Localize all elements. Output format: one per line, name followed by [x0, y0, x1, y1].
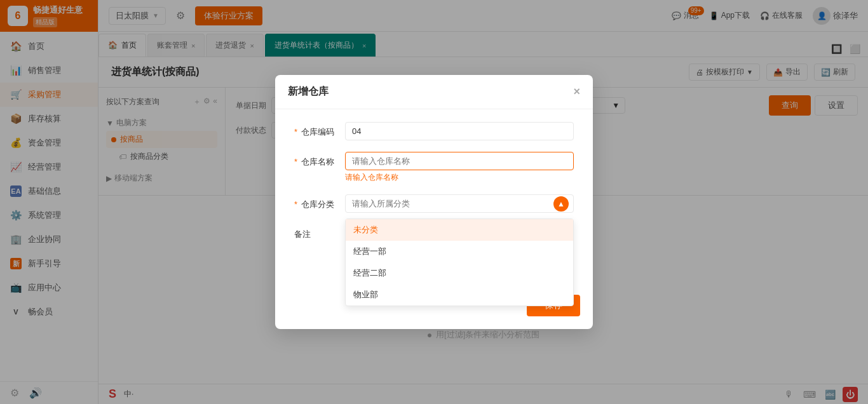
category-dropdown-list: 未分类 经营一部 经营二部 物业部: [345, 219, 574, 306]
code-label: * 仓库编码: [294, 122, 345, 138]
warehouse-name-input[interactable]: [345, 152, 574, 170]
dropdown-item-dept3[interactable]: 物业部: [346, 284, 573, 306]
name-label: * 仓库名称: [294, 152, 345, 168]
name-error-msg: 请输入仓库名称: [345, 172, 574, 183]
warehouse-category-field: * 仓库分类 ▲ 未分类 经营一部 经营二部 物业部: [294, 194, 574, 213]
category-control: ▲ 未分类 经营一部 经营二部 物业部: [345, 194, 574, 213]
category-select-input[interactable]: [345, 194, 574, 213]
warehouse-code-input[interactable]: [345, 122, 574, 140]
modal-header: 新增仓库 ×: [275, 75, 593, 109]
required-star-3: *: [294, 199, 297, 209]
modal-title: 新增仓库: [288, 85, 329, 98]
dropdown-item-none[interactable]: 未分类: [346, 219, 573, 241]
warehouse-code-field: * 仓库编码: [294, 122, 574, 140]
dropdown-item-dept1[interactable]: 经营一部: [346, 241, 573, 262]
modal-overlay: 新增仓库 × * 仓库编码 * 仓库名称: [0, 0, 868, 404]
new-warehouse-modal: 新增仓库 × * 仓库编码 * 仓库名称: [275, 75, 593, 329]
note-label: 备注: [294, 224, 345, 240]
code-control: [345, 122, 574, 140]
category-label: * 仓库分类: [294, 194, 345, 210]
name-control: 请输入仓库名称: [345, 152, 574, 183]
dropdown-item-dept2[interactable]: 经营二部: [346, 262, 573, 284]
category-dropdown-toggle[interactable]: ▲: [553, 196, 569, 212]
required-star: *: [294, 127, 297, 137]
modal-close-icon[interactable]: ×: [573, 85, 580, 98]
modal-body: * 仓库编码 * 仓库名称 请输入仓库名称: [275, 109, 593, 288]
category-select-wrapper: ▲ 未分类 经营一部 经营二部 物业部: [345, 194, 574, 213]
required-star-2: *: [294, 157, 297, 166]
warehouse-name-field: * 仓库名称 请输入仓库名称: [294, 152, 574, 183]
